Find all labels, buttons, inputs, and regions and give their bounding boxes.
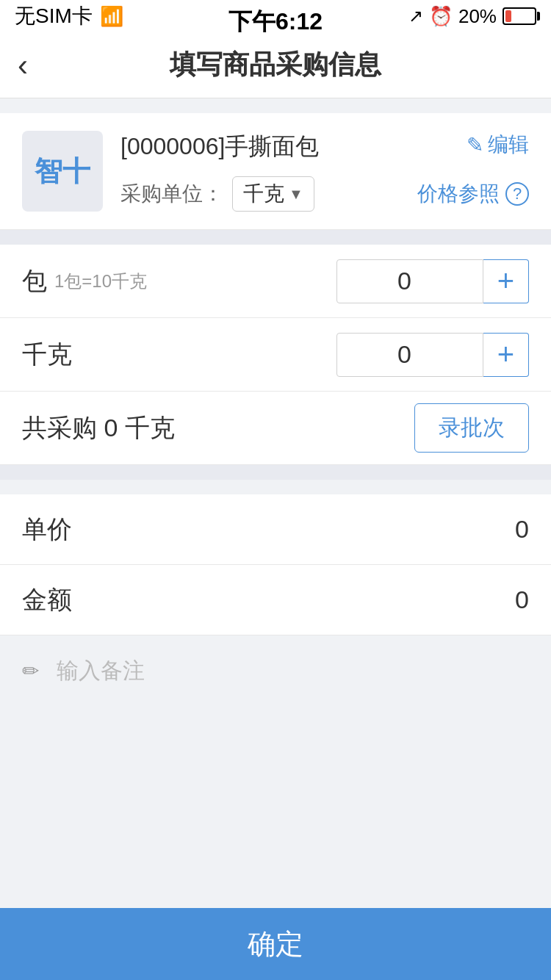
bag-quantity-input[interactable] <box>336 259 483 303</box>
remarks-section: ✏ 输入备注 <box>0 635 551 856</box>
alarm-icon: ⏰ <box>429 5 453 28</box>
chevron-down-icon: ▼ <box>289 186 303 203</box>
nav-title: 填写商品采购信息 <box>170 47 381 83</box>
price-ref-label: 价格参照 <box>417 180 500 208</box>
location-icon: ↗ <box>408 6 423 26</box>
kg-plus-button[interactable]: + <box>483 333 529 377</box>
unit-price-row: 单价 0 <box>0 494 551 565</box>
edit-link[interactable]: ✎ 编辑 <box>467 131 529 159</box>
edit-label: 编辑 <box>488 131 529 159</box>
price-section: 单价 0 金额 0 <box>0 494 551 635</box>
pencil-icon: ✏ <box>22 659 39 683</box>
price-ref[interactable]: 价格参照 ? <box>417 180 529 208</box>
bag-label: 包 <box>22 264 47 298</box>
edit-icon: ✎ <box>467 133 483 157</box>
kg-label: 千克 <box>22 338 72 372</box>
battery-percent: 20% <box>458 5 497 28</box>
unit-price-label: 单价 <box>22 513 72 547</box>
batch-button[interactable]: 录批次 <box>414 403 529 453</box>
unit-price-value: 0 <box>515 515 529 544</box>
separator-1 <box>0 230 551 245</box>
unit-value: 千克 <box>243 180 284 208</box>
wifi-icon: 📶 <box>100 5 123 28</box>
battery-icon <box>503 7 536 25</box>
bag-plus-button[interactable]: + <box>483 259 529 303</box>
price-ref-help-icon: ? <box>505 182 529 206</box>
kg-input-control: + <box>336 333 529 377</box>
kg-quantity-input[interactable] <box>336 333 483 377</box>
unit-select-group: 采购单位： 千克 ▼ <box>120 176 314 212</box>
confirm-button[interactable]: 确定 <box>0 908 551 980</box>
bag-input-row: 包 1包=10千克 + <box>0 245 551 318</box>
separator-2 <box>0 465 551 480</box>
product-name-row: [0000006]手撕面包 ✎ 编辑 <box>120 131 529 163</box>
product-card: 智十 [0000006]手撕面包 ✎ 编辑 采购单位： 千克 ▼ 价格参照 ? <box>0 113 551 230</box>
input-section: 包 1包=10千克 + 千克 + <box>0 245 551 392</box>
purchase-unit-label: 采购单位： <box>120 180 223 208</box>
product-image: 智十 <box>22 131 103 212</box>
confirm-button-label: 确定 <box>248 926 303 963</box>
kg-input-row: 千克 + <box>0 318 551 392</box>
nav-bar: ‹ 填写商品采购信息 <box>0 32 551 98</box>
amount-label: 金额 <box>22 583 72 617</box>
remarks-placeholder: 输入备注 <box>57 656 145 686</box>
product-info: [0000006]手撕面包 ✎ 编辑 采购单位： 千克 ▼ 价格参照 ? <box>120 131 529 212</box>
status-carrier: 无SIM卡 📶 <box>15 2 123 30</box>
amount-value: 0 <box>515 586 529 614</box>
battery-fill <box>505 10 511 22</box>
remarks-input-row[interactable]: ✏ 输入备注 <box>22 656 529 686</box>
carrier-text: 无SIM卡 <box>15 2 93 30</box>
back-button[interactable]: ‹ <box>18 50 28 81</box>
amount-row: 金额 0 <box>0 565 551 635</box>
total-row: 共采购 0 千克 录批次 <box>0 392 551 465</box>
bag-input-control: + <box>336 259 529 303</box>
unit-dropdown[interactable]: 千克 ▼ <box>232 176 314 212</box>
status-bar: 无SIM卡 📶 下午6:12 ↗ ⏰ 20% <box>0 0 551 32</box>
total-text: 共采购 0 千克 <box>22 411 175 445</box>
purchase-unit-row: 采购单位： 千克 ▼ 价格参照 ? <box>120 176 529 212</box>
product-name: [0000006]手撕面包 <box>120 131 319 163</box>
product-image-brand: 智十 <box>35 153 90 190</box>
bag-sublabel: 1包=10千克 <box>54 270 336 293</box>
status-right: ↗ ⏰ 20% <box>408 5 536 28</box>
